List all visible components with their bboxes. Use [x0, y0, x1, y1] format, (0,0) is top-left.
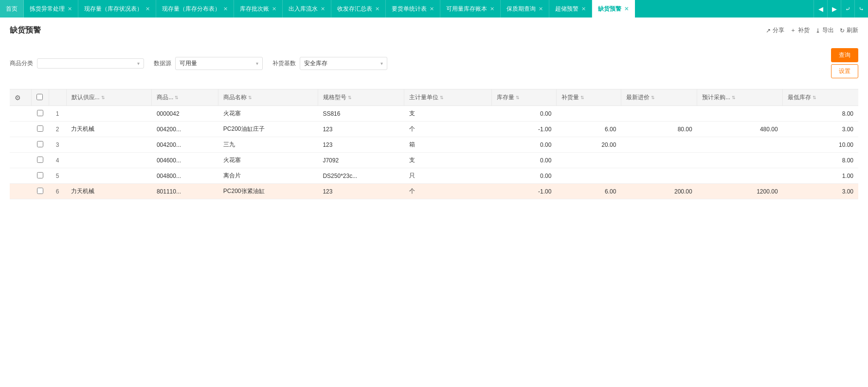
- settings-button[interactable]: 设置: [831, 64, 858, 78]
- tab-avail-ledger[interactable]: 可用量库存账本✕: [440, 0, 501, 18]
- latest-price-sort[interactable]: 最新进价 ⇅: [626, 93, 692, 102]
- tab-close-inventory-status[interactable]: ✕: [145, 6, 150, 12]
- tab-overstock[interactable]: 超储预警✕: [549, 0, 592, 18]
- supplement-button[interactable]: ＋ 补货: [790, 26, 810, 35]
- col-checkbox-header: [31, 89, 49, 106]
- row-checkbox-cell: [31, 137, 49, 153]
- tab-label: 要货单统计表: [392, 5, 427, 13]
- row-latest-price: [621, 168, 697, 184]
- window-restore[interactable]: ⤶: [841, 0, 854, 18]
- supplement-sort[interactable]: 补货量 ⇅: [561, 93, 616, 102]
- row-checkbox[interactable]: [37, 141, 43, 147]
- row-min-stock: 8.00: [783, 153, 858, 168]
- tab-close-batch[interactable]: ✕: [272, 6, 276, 12]
- row-product-name: PC200张紧油缸: [218, 184, 318, 199]
- replenish-select[interactable]: 安全库存 ▾: [300, 57, 387, 70]
- tab-order-stats[interactable]: 要货单统计表✕: [386, 0, 440, 18]
- tab-exception[interactable]: 拣货异常处理✕: [24, 0, 78, 18]
- tab-expiry[interactable]: 保质期查询✕: [501, 0, 549, 18]
- col-min-stock: 最低库存 ⇅: [783, 89, 858, 106]
- stock-sort[interactable]: 库存量 ⇅: [497, 93, 551, 102]
- row-unit: 只: [404, 168, 492, 184]
- table-row: 6 力天机械 801110... PC200张紧油缸 123 个 -1.00 6…: [10, 184, 858, 199]
- refresh-button[interactable]: ↻ 刷新: [840, 26, 858, 35]
- tab-shortage[interactable]: 缺货预警✕: [592, 0, 635, 18]
- refresh-icon: ↻: [840, 27, 845, 34]
- tab-close-exception[interactable]: ✕: [68, 6, 72, 12]
- tab-label: 保质期查询: [506, 5, 536, 13]
- window-maximize[interactable]: ⤷: [854, 0, 868, 18]
- row-min-stock: 1.00: [783, 168, 858, 184]
- row-estimated-purchase: 1200.00: [697, 184, 783, 199]
- tab-home[interactable]: 首页: [0, 0, 24, 18]
- tab-close-inventory-dist[interactable]: ✕: [223, 6, 228, 12]
- datasource-label: 数据源: [154, 59, 171, 68]
- row-spec: 123: [318, 184, 404, 199]
- spec-sort[interactable]: 规格型号 ⇅: [323, 93, 399, 102]
- product-code-sort[interactable]: 商品... ⇅: [157, 93, 213, 102]
- datasource-value: 可用量: [180, 59, 197, 68]
- query-button[interactable]: 查询: [831, 48, 858, 62]
- tab-label: 首页: [6, 5, 18, 13]
- row-spec: 123: [318, 137, 404, 153]
- filter-row: 商品分类 ▾ 数据源 可用量 ▾ 补货基数 安全库存 ▾ 查询 设置: [10, 43, 858, 83]
- row-product-name: 离合片: [218, 168, 318, 184]
- col-num: [49, 89, 66, 106]
- row-supplier: [66, 137, 152, 153]
- row-num: 5: [49, 168, 66, 184]
- unit-sort[interactable]: 主计量单位 ⇅: [409, 93, 487, 102]
- row-checkbox[interactable]: [37, 188, 43, 194]
- tab-label: 库存批次账: [240, 5, 269, 13]
- column-settings-icon[interactable]: ⚙: [15, 94, 21, 102]
- tab-close-expiry[interactable]: ✕: [539, 6, 543, 12]
- row-num: 1: [49, 106, 66, 122]
- col-spec: 规格型号 ⇅: [318, 89, 404, 106]
- min-stock-sort[interactable]: 最低库存 ⇅: [788, 93, 853, 102]
- row-num: 3: [49, 137, 66, 153]
- tab-inout-flow[interactable]: 出入库流水✕: [283, 0, 331, 18]
- tab-close-overstock[interactable]: ✕: [581, 6, 586, 12]
- category-select[interactable]: ▾: [37, 58, 144, 69]
- table-row: 3 004200... 三九 123 箱 0.00 20.00 10.00: [10, 137, 858, 153]
- tab-scroll-left[interactable]: ◀: [814, 0, 827, 18]
- row-product-name: 火花塞: [218, 153, 318, 168]
- row-product-code: 801110...: [152, 184, 218, 199]
- replenish-filter-group: 补货基数 安全库存 ▾: [272, 57, 387, 70]
- datasource-select[interactable]: 可用量 ▾: [175, 57, 263, 70]
- estimated-purchase-sort[interactable]: 预计采购... ⇅: [702, 93, 778, 102]
- row-checkbox[interactable]: [37, 157, 43, 163]
- tab-close-order-stats[interactable]: ✕: [430, 6, 434, 12]
- row-product-code: 004200...: [152, 137, 218, 153]
- tab-scroll-right[interactable]: ▶: [827, 0, 841, 18]
- share-button[interactable]: ↗ 分享: [766, 26, 784, 35]
- page-title: 缺货预警: [10, 25, 41, 35]
- row-supplier: [66, 168, 152, 184]
- supplier-sort[interactable]: 默认供应... ⇅: [72, 93, 147, 102]
- product-name-sort[interactable]: 商品名称 ⇅: [223, 93, 313, 102]
- row-checkbox[interactable]: [37, 172, 43, 178]
- tab-close-inout-flow[interactable]: ✕: [321, 6, 325, 12]
- tab-close-shortage[interactable]: ✕: [624, 6, 629, 12]
- row-spec: SS816: [318, 106, 404, 122]
- tab-close-avail-ledger[interactable]: ✕: [490, 6, 494, 12]
- tab-inventory-dist[interactable]: 现存量（库存分布表）✕: [156, 0, 234, 18]
- tab-label: 缺货预警: [598, 5, 621, 13]
- tab-inventory-status[interactable]: 现存量（库存状况表）✕: [78, 0, 156, 18]
- sort-icon-5: ⇅: [440, 95, 444, 100]
- col-unit: 主计量单位 ⇅: [404, 89, 492, 106]
- select-all-checkbox[interactable]: [36, 94, 43, 100]
- tab-close-recv-summary[interactable]: ✕: [375, 6, 380, 12]
- tab-batch[interactable]: 库存批次账✕: [234, 0, 283, 18]
- col-supplement: 补货量 ⇅: [556, 89, 621, 106]
- row-product-name: PC200油缸庄子: [218, 122, 318, 137]
- row-checkbox[interactable]: [37, 125, 43, 132]
- export-button[interactable]: ⤓ 导出: [815, 26, 834, 35]
- row-product-name: 火花塞: [218, 106, 318, 122]
- row-checkbox[interactable]: [37, 110, 43, 116]
- row-spec: J7092: [318, 153, 404, 168]
- header-actions: ↗ 分享 ＋ 补货 ⤓ 导出 ↻ 刷新: [766, 26, 858, 35]
- export-icon: ⤓: [815, 27, 820, 34]
- tab-recv-summary[interactable]: 收发存汇总表✕: [331, 0, 386, 18]
- col-supplier: 默认供应... ⇅: [66, 89, 152, 106]
- row-supplier: [66, 106, 152, 122]
